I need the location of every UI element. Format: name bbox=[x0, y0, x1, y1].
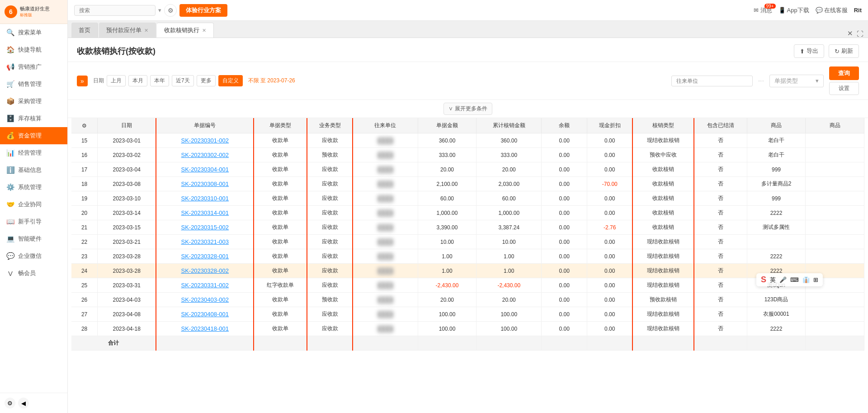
cell-discount: 0.00 bbox=[587, 322, 633, 336]
doc-no-link[interactable]: SK-20230308-001 bbox=[181, 180, 229, 187]
doc-no-link[interactable]: SK-20230315-002 bbox=[181, 224, 229, 231]
settings-icon[interactable]: ⚙ bbox=[164, 4, 177, 17]
last-7days-btn[interactable]: 近7天 bbox=[172, 75, 194, 86]
doc-no-link[interactable]: SK-20230304-001 bbox=[181, 166, 229, 173]
th-partner[interactable]: 往来单位 bbox=[353, 118, 418, 133]
cell-doc-no[interactable]: SK-20230418-001 bbox=[156, 322, 254, 336]
sidebar-item-inventory[interactable]: 🗄️库存核算 bbox=[0, 110, 67, 127]
th-date[interactable]: 日期 bbox=[98, 118, 156, 133]
user-name[interactable]: Rit bbox=[854, 7, 862, 14]
sidebar-item-finance[interactable]: 💰资金管理 bbox=[0, 127, 67, 144]
doc-no-link[interactable]: SK-20230302-002 bbox=[181, 152, 229, 158]
doc-no-link[interactable]: SK-20230403-002 bbox=[181, 296, 229, 303]
cell-cumu-amount: 333.00 bbox=[476, 148, 542, 162]
enterprise-icon: 🤝 bbox=[6, 200, 14, 209]
close-all-tab-icon[interactable]: ✕ bbox=[847, 29, 853, 38]
cell-doc-no[interactable]: SK-20230310-001 bbox=[156, 191, 254, 206]
cell-doc-no[interactable]: SK-20230314-001 bbox=[156, 206, 254, 220]
doc-no-link[interactable]: SK-20230301-002 bbox=[181, 137, 229, 144]
cell-doc-no[interactable]: SK-20230304-001 bbox=[156, 162, 254, 177]
sidebar-item-purchase[interactable]: 📦采购管理 bbox=[0, 93, 67, 110]
table-row: 24 2023-03-28 SK-20230328-002 收款单 应收款 ██… bbox=[71, 264, 864, 278]
doc-no-link[interactable]: SK-20230328-001 bbox=[181, 253, 229, 260]
cell-incl-settled: 否 bbox=[694, 249, 747, 264]
marketing-icon: 📢 bbox=[6, 63, 14, 71]
this-year-btn[interactable]: 本年 bbox=[150, 75, 169, 86]
partner-input[interactable] bbox=[671, 76, 753, 86]
custom-date-btn[interactable]: 自定义 bbox=[218, 75, 243, 86]
cell-clear-type: 现结收款核销 bbox=[632, 235, 693, 249]
tab-collection[interactable]: 收款核销执行✕ bbox=[157, 23, 214, 38]
cell-doc-no[interactable]: SK-20230408-001 bbox=[156, 307, 254, 322]
cell-doc-no[interactable]: SK-20230301-002 bbox=[156, 133, 254, 148]
solution-button[interactable]: 体验行业方案 bbox=[179, 4, 227, 17]
cell-doc-no[interactable]: SK-20230308-001 bbox=[156, 177, 254, 191]
doc-no-link[interactable]: SK-20230331-002 bbox=[181, 282, 229, 289]
sidebar-menu: 🔍搜索菜单🏠快捷导航📢营销推广🛒销售管理📦采购管理🗄️库存核算💰资金管理📊经营管… bbox=[0, 24, 67, 393]
sidebar-item-enterprise[interactable]: 🤝企业协同 bbox=[0, 196, 67, 213]
filter-expand-button[interactable]: » bbox=[77, 76, 88, 86]
tab-prepay[interactable]: 预付款应付单✕ bbox=[99, 23, 156, 38]
cell-doc-no[interactable]: SK-20230328-001 bbox=[156, 249, 254, 264]
query-button[interactable]: 查询 bbox=[829, 66, 859, 80]
th-doc-no[interactable]: 单据编号 bbox=[156, 118, 254, 133]
breadcrumb-input[interactable] bbox=[74, 5, 156, 16]
cell-clear-type: 预收款核销 bbox=[632, 293, 693, 307]
sidebar-item-member[interactable]: V畅会员 bbox=[0, 265, 67, 282]
sidebar-item-quick-nav[interactable]: 🏠快捷导航 bbox=[0, 41, 67, 58]
export-button[interactable]: ⬆ 导出 bbox=[794, 44, 824, 58]
th-settings[interactable]: ⚙ bbox=[71, 118, 98, 133]
service-link[interactable]: 💬 在线客服 bbox=[816, 6, 848, 14]
collapse-icon[interactable]: ◀ bbox=[18, 398, 29, 408]
th-incl-settled[interactable]: 包含已结清 bbox=[694, 118, 747, 133]
th-clear-type[interactable]: 核销类型 bbox=[632, 118, 693, 133]
doc-no-link[interactable]: SK-20230418-001 bbox=[181, 325, 229, 332]
doc-no-link[interactable]: SK-20230328-002 bbox=[181, 267, 229, 274]
sidebar-item-system[interactable]: ⚙️系统管理 bbox=[0, 179, 67, 196]
sidebar-item-hardware[interactable]: 💻智能硬件 bbox=[0, 230, 67, 247]
cell-doc-no[interactable]: SK-20230321-003 bbox=[156, 235, 254, 249]
doc-no-link[interactable]: SK-20230408-001 bbox=[181, 311, 229, 318]
tab-home[interactable]: 首页 bbox=[71, 23, 98, 38]
th-balance[interactable]: 余额 bbox=[542, 118, 587, 133]
this-month-btn[interactable]: 本月 bbox=[128, 75, 147, 86]
sidebar-item-search[interactable]: 🔍搜索菜单 bbox=[0, 24, 67, 41]
last-month-btn[interactable]: 上月 bbox=[107, 75, 126, 86]
sidebar-item-wechat[interactable]: 💬企业微信 bbox=[0, 247, 67, 265]
message-button[interactable]: ✉ 消息 99+ bbox=[754, 6, 772, 14]
th-doc-type[interactable]: 单据类型 bbox=[254, 118, 307, 133]
app-download-link[interactable]: 📱 App下载 bbox=[778, 6, 809, 14]
sidebar-item-basic[interactable]: ℹ️基础信息 bbox=[0, 161, 67, 179]
cell-doc-no[interactable]: SK-20230331-002 bbox=[156, 278, 254, 293]
refresh-button[interactable]: ↻ 刷新 bbox=[829, 44, 859, 58]
filter-setting-button[interactable]: 设置 bbox=[829, 82, 859, 95]
sidebar-item-guide[interactable]: 📖新手引导 bbox=[0, 213, 67, 230]
tab-close-collection[interactable]: ✕ bbox=[202, 28, 206, 33]
th-cumu-amount[interactable]: 累计核销金额 bbox=[476, 118, 542, 133]
doc-type-select[interactable]: 单据类型 ▾ bbox=[769, 75, 824, 87]
th-amount[interactable]: 单据金额 bbox=[418, 118, 476, 133]
doc-no-link[interactable]: SK-20230314-001 bbox=[181, 209, 229, 216]
fullscreen-icon[interactable]: ⛶ bbox=[857, 30, 863, 38]
th-biz-type[interactable]: 业务类型 bbox=[307, 118, 353, 133]
doc-no-link[interactable]: SK-20230310-001 bbox=[181, 195, 229, 202]
sales-label: 销售管理 bbox=[18, 80, 42, 88]
cell-doc-type: 红字收款单 bbox=[254, 278, 307, 293]
cell-doc-no[interactable]: SK-20230302-002 bbox=[156, 148, 254, 162]
expand-more-button[interactable]: ∨ 展开更多条件 bbox=[443, 103, 492, 115]
th-discount[interactable]: 现金折扣 bbox=[587, 118, 633, 133]
sidebar-item-marketing[interactable]: 📢营销推广 bbox=[0, 58, 67, 76]
doc-no-link[interactable]: SK-20230321-003 bbox=[181, 238, 229, 245]
sidebar-item-operation[interactable]: 📊经营管理 bbox=[0, 144, 67, 161]
th-goods2[interactable]: 商品 bbox=[806, 118, 864, 133]
th-goods1[interactable]: 商品 bbox=[747, 118, 806, 133]
cell-goods1: 老白干 bbox=[747, 133, 806, 148]
tab-close-prepay[interactable]: ✕ bbox=[144, 28, 148, 33]
settings-bottom-icon[interactable]: ⚙ bbox=[5, 398, 15, 408]
cell-doc-no[interactable]: SK-20230403-002 bbox=[156, 293, 254, 307]
cell-doc-no[interactable]: SK-20230328-002 bbox=[156, 264, 254, 278]
cell-cumu-amount: 1.00 bbox=[476, 249, 542, 264]
more-date-btn[interactable]: 更多 bbox=[197, 75, 216, 86]
cell-doc-no[interactable]: SK-20230315-002 bbox=[156, 220, 254, 235]
sidebar-item-sales[interactable]: 🛒销售管理 bbox=[0, 76, 67, 93]
